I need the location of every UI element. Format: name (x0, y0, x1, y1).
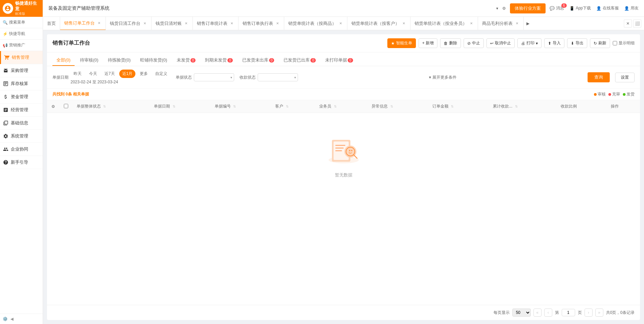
abort-button[interactable]: ⊘ 中止 (464, 38, 484, 48)
col-settings[interactable]: ⚙ (47, 100, 59, 113)
page-size-select[interactable]: 50 10 20 100 (512, 309, 531, 317)
tab-close-icon[interactable]: ✕ (469, 21, 474, 26)
tab-cash-reconcile[interactable]: 钱货日清对账 ✕ (152, 17, 193, 30)
refresh-button[interactable]: ↻ 刷新 (590, 38, 610, 48)
tab-more-btn[interactable]: ▶ (524, 17, 532, 30)
tab-cash-daily[interactable]: 钱货日清工作台 ✕ (106, 17, 152, 30)
print-button[interactable]: 🖨 打印 ▾ (517, 38, 542, 48)
sort-icon[interactable]: ⇅ (451, 105, 454, 108)
header-gear-icon[interactable]: ⚙ (502, 6, 506, 11)
tab-home[interactable]: 首页 (43, 17, 60, 30)
filter-tab-pending-review[interactable]: 待审核(0) (76, 55, 102, 66)
import-icon: ⬆ (548, 41, 551, 46)
tab-sales-workbench[interactable]: 销售订单工作台 ✕ (60, 17, 106, 30)
import-button[interactable]: ⬆ 导入 (544, 38, 564, 48)
sidebar-item-purchase[interactable]: 采购管理 (0, 64, 43, 77)
sidebar-item-inventory[interactable]: 库存核算 (0, 77, 43, 90)
page-first-btn[interactable]: « (533, 309, 542, 317)
abort-action-btn[interactable]: 充审 (608, 91, 620, 97)
sort-icon[interactable]: ⇅ (390, 105, 393, 108)
page-input[interactable] (562, 309, 575, 316)
sidebar-item-guide[interactable]: 新手引导 (0, 156, 43, 169)
sidebar-item-finance[interactable]: 资金管理 (0, 90, 43, 104)
sidebar-quicknav[interactable]: ⚡ 快捷导航 (0, 28, 43, 40)
collapse-icon[interactable]: ◀ (10, 317, 13, 321)
tab-close-icon[interactable]: ✕ (97, 21, 101, 26)
dropdown-arrow-icon[interactable]: ▾ (496, 6, 498, 11)
page-content: 销售订单工作台 ★ 智能生单 + 新增 🗑 删除 ⊘ (43, 30, 644, 324)
status-select[interactable] (194, 73, 234, 81)
page-label: 第 (555, 310, 559, 316)
sidebar-item-sales[interactable]: 销售管理 (0, 51, 43, 64)
show-detail-label[interactable]: 显示明细 (613, 40, 635, 46)
sidebar-item-operation[interactable]: 经营管理 (0, 104, 43, 117)
date-btn-7days[interactable]: 近7天 (101, 70, 118, 78)
date-btn-yesterday[interactable]: 昨天 (71, 70, 85, 78)
tab-sales-exec[interactable]: 销售订单执行表 ✕ (239, 17, 284, 30)
message-badge: 6 (561, 3, 567, 8)
filter-tab-shipped-out[interactable]: 已发货已出库0 (280, 55, 320, 66)
message-action[interactable]: 💬 6 消息 (550, 5, 564, 11)
date-btn-custom[interactable]: 自定义 (152, 70, 170, 78)
tab-sales-stat-product[interactable]: 销货单统计表（按商品） ✕ (284, 17, 347, 30)
sidebar-marketing[interactable]: 📢 营销推广 (0, 40, 43, 51)
filter-tab-expired-unshipped[interactable]: 到期未发货0 (201, 55, 237, 66)
page-next-btn[interactable]: › (585, 309, 593, 317)
sort-icon[interactable]: ⇅ (233, 105, 236, 108)
tab-close-icon[interactable]: ✕ (229, 21, 234, 26)
status-filter-group: 单据状态 (176, 73, 234, 81)
ship-action-btn[interactable]: 发货 (623, 91, 635, 97)
filter-tab-unshipped[interactable]: 未发货0 (173, 55, 200, 66)
tab-sales-stat-staff[interactable]: 销货单统计表（按业务员） ✕ (411, 17, 478, 30)
filter-tab-wangpu[interactable]: 旺铺待发货(0) (136, 55, 171, 66)
date-btn-1month[interactable]: 近1月 (119, 70, 136, 78)
tab-close-all-btn[interactable]: ✕ (624, 19, 632, 28)
filter-tab-shipped-not-out[interactable]: 已发货未出库0 (238, 55, 278, 66)
sidebar-item-cooperation[interactable]: 企业协同 (0, 143, 43, 156)
date-btn-today[interactable]: 今天 (86, 70, 100, 78)
expand-conditions-btn[interactable]: ▾ 展开更多条件 (429, 75, 457, 80)
tab-close-icon[interactable]: ✕ (184, 21, 188, 26)
select-all-checkbox[interactable] (64, 104, 68, 108)
settings-icon[interactable]: ⚙️ (3, 317, 8, 321)
sidebar-search[interactable]: 🔍 搜索菜单 (0, 17, 43, 28)
tab-product-margin[interactable]: 商品毛利分析表 ✕ (478, 17, 524, 30)
sort-icon[interactable]: ⇅ (334, 105, 337, 108)
review-action-btn[interactable]: 审核 (594, 91, 606, 97)
sort-icon[interactable]: ⇅ (515, 105, 518, 108)
sort-icon[interactable]: ⇅ (103, 105, 106, 108)
delete-button[interactable]: 🗑 删除 (440, 38, 461, 48)
tab-close-icon[interactable]: ✕ (515, 21, 519, 26)
tab-close-icon[interactable]: ✕ (142, 21, 147, 26)
sidebar-item-label: 新手引导 (11, 159, 28, 165)
date-btn-more[interactable]: 更多 (137, 70, 151, 78)
tab-close-icon[interactable]: ✕ (401, 21, 406, 26)
tab-close-icon[interactable]: ✕ (338, 21, 343, 26)
tab-maximize-btn[interactable]: ⬜ (633, 19, 641, 28)
tab-sales-stat[interactable]: 销售订单统计表 ✕ (193, 17, 239, 30)
payment-select[interactable] (258, 73, 298, 81)
main-area: 装备及固定资产辅助管理系统 ▾ ⚙ 体验行业方案 💬 6 消息 📱 App下载 … (43, 0, 644, 324)
page-last-btn[interactable]: » (595, 309, 603, 317)
online-service-action[interactable]: 👤 在线客服 (596, 5, 619, 11)
export-button[interactable]: ⬇ 导出 (567, 38, 587, 48)
tab-close-icon[interactable]: ✕ (275, 21, 280, 26)
tab-sales-stat-customer[interactable]: 销货单统计表（按客户） ✕ (347, 17, 411, 30)
filter-tab-pending-inspect[interactable]: 待拣验货(0) (104, 55, 135, 66)
smart-create-button[interactable]: ★ 智能生单 (387, 38, 416, 48)
filter-tab-all[interactable]: 全部(0) (52, 55, 75, 66)
cancel-abort-button[interactable]: ↩ 取消中止 (486, 38, 515, 48)
user-action[interactable]: 👤 用友 (624, 5, 639, 11)
show-detail-checkbox[interactable] (613, 41, 617, 45)
experience-button[interactable]: 体验行业方案 (510, 3, 546, 13)
sort-icon[interactable]: ⇅ (286, 105, 289, 108)
filter-tab-unprinted[interactable]: 未打印单据0 (321, 55, 357, 66)
new-button[interactable]: + 新增 (419, 38, 437, 48)
sort-icon[interactable]: ⇅ (173, 105, 175, 108)
app-download-action[interactable]: 📱 App下载 (569, 5, 591, 11)
page-prev-btn[interactable]: ‹ (544, 309, 552, 317)
query-button[interactable]: 查询 (588, 72, 610, 82)
sidebar-item-basic[interactable]: 基础信息 (0, 117, 43, 130)
sidebar-item-system[interactable]: 系统管理 (0, 130, 43, 143)
set-button[interactable]: 设置 (615, 73, 635, 82)
